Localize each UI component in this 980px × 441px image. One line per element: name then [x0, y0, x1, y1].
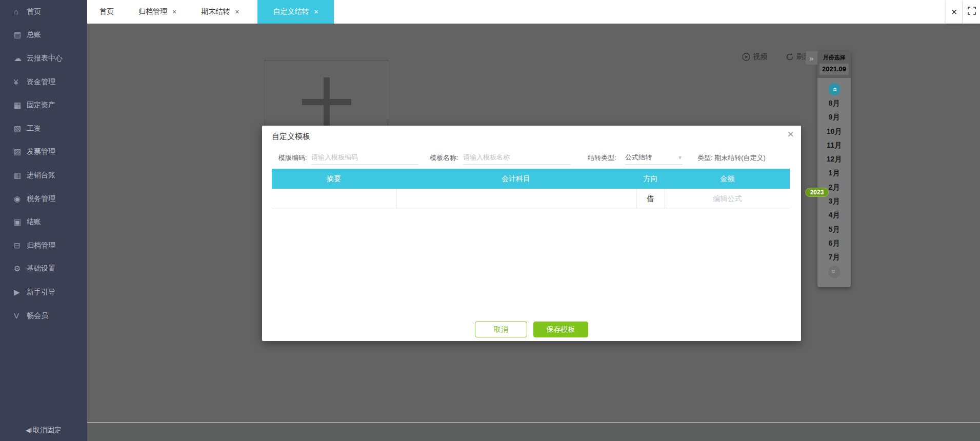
- tab-close-icon[interactable]: ×: [314, 8, 318, 16]
- modal-buttons: 取消 保存模板: [262, 322, 801, 337]
- video-button[interactable]: 视频: [742, 52, 767, 62]
- scroll-months-up-button[interactable]: »: [828, 83, 841, 95]
- month-item-oct[interactable]: 10月: [817, 125, 851, 138]
- template-kind-text: 类型: 期末结转(自定义): [697, 153, 766, 163]
- chevron-down-icon: ▾: [678, 150, 682, 165]
- month-item-sep[interactable]: 9月: [817, 110, 851, 124]
- month-item-dec[interactable]: 12月: [817, 152, 851, 166]
- sidebar-item-tax[interactable]: ◉ 税务管理: [0, 187, 87, 211]
- window-controls: ×: [946, 0, 980, 24]
- unpin-sidebar-button[interactable]: ◀‖ 取消固定: [0, 426, 87, 435]
- closing-icon: ▣: [14, 217, 27, 227]
- sidebar-item-home[interactable]: ⌂ 首页: [0, 0, 87, 24]
- cancel-button[interactable]: 取消: [475, 322, 527, 337]
- sidebar-item-cloud-reports[interactable]: ☁ 云报表中心: [0, 47, 87, 70]
- sidebar-item-general-ledger[interactable]: ▤ 总账: [0, 24, 87, 47]
- tab-label: 自定义结转: [273, 7, 309, 16]
- table-header-row: 摘要 会计科目 方向 金额: [272, 169, 790, 189]
- template-code-label: 模版编码:: [278, 153, 307, 163]
- sidebar-item-beginner-guide[interactable]: ▶ 新手引导: [0, 280, 87, 304]
- sidebar-item-funds[interactable]: ¥ 资金管理: [0, 70, 87, 94]
- month-item-jun[interactable]: 6月: [817, 236, 851, 250]
- building-icon: ▦: [14, 101, 27, 110]
- panel-collapse-button[interactable]: »: [806, 51, 817, 65]
- tab-custom-transfer-active[interactable]: 自定义结转 ×: [257, 0, 333, 24]
- scroll-months-down-button[interactable]: »: [828, 266, 841, 278]
- tab-close-icon[interactable]: ×: [235, 8, 239, 16]
- tab-close-icon[interactable]: ×: [172, 8, 176, 16]
- money-bag-icon: ¥: [14, 77, 27, 86]
- refresh-icon: [786, 53, 794, 61]
- month-item-apr[interactable]: 4月: [817, 208, 851, 222]
- save-template-button[interactable]: 保存模板: [533, 322, 588, 337]
- col-header-summary: 摘要: [272, 174, 396, 184]
- template-name-label: 模板名称:: [430, 153, 458, 163]
- kind-value: 期末结转(自定义): [714, 154, 766, 162]
- fullscreen-icon: [968, 7, 976, 17]
- sidebar-item-archive[interactable]: ⊟ 归档管理: [0, 234, 87, 257]
- month-list: » 8月 9月 10月 11月 12月 1月 2月 3月 4月 5月 6月 7月…: [817, 78, 851, 279]
- transfer-type-label: 结转类型:: [588, 153, 616, 163]
- window-close-button[interactable]: ×: [946, 0, 963, 24]
- play-box-icon: ▶: [14, 288, 27, 297]
- tax-icon: ◉: [14, 194, 27, 204]
- sidebar-item-label: 云报表中心: [27, 54, 63, 63]
- transfer-type-value: 公式结转: [625, 153, 652, 161]
- month-item-jul[interactable]: 7月: [817, 250, 851, 264]
- sidebar-item-fixed-assets[interactable]: ▦ 固定资产: [0, 93, 87, 117]
- month-selector-panel: » 月份选择 2021.09 » 8月 9月 10月 11月 12月 1月 2月…: [817, 51, 851, 287]
- template-entries-table: 摘要 会计科目 方向 金额 借 编辑公式: [272, 169, 790, 209]
- month-item-nov[interactable]: 11月: [817, 138, 851, 152]
- modal-close-icon[interactable]: ×: [787, 128, 794, 141]
- transfer-type-select[interactable]: 公式结转 ▾: [625, 150, 683, 165]
- tab-bar: 首页 归档管理 × 期末结转 × 自定义结转 ×: [87, 0, 980, 24]
- payroll-icon: ▧: [14, 124, 27, 133]
- sidebar-item-membership[interactable]: V 畅会员: [0, 304, 87, 328]
- play-circle-icon: [742, 53, 750, 61]
- month-item-jan[interactable]: 1月: [817, 166, 851, 180]
- chevron-down-icon: »: [830, 269, 838, 273]
- template-code-input[interactable]: [311, 150, 418, 165]
- month-panel-header: 月份选择 2021.09: [817, 51, 851, 78]
- video-label: 视频: [753, 52, 767, 62]
- sidebar-item-invoices[interactable]: ▨ 发票管理: [0, 141, 87, 164]
- summary-cell[interactable]: [272, 189, 396, 209]
- direction-cell[interactable]: 借: [636, 189, 665, 209]
- ledger-icon: ▤: [14, 30, 27, 39]
- tab-archive-management[interactable]: 归档管理 ×: [126, 0, 189, 24]
- sidebar-item-closing[interactable]: ▣ 结账: [0, 210, 87, 234]
- tab-period-end-transfer[interactable]: 期末结转 ×: [189, 0, 251, 24]
- vip-icon: V: [14, 311, 27, 320]
- account-cell[interactable]: [396, 189, 636, 209]
- chevron-right-icon: »: [809, 54, 813, 63]
- chevron-up-icon: »: [830, 87, 838, 91]
- sidebar-item-settings[interactable]: ⚙ 基础设置: [0, 257, 87, 281]
- sidebar-item-label: 工资: [27, 124, 41, 133]
- close-icon: ×: [951, 7, 957, 17]
- collapse-left-icon: ◀‖: [26, 427, 31, 434]
- sidebar: ⌂ 首页 ▤ 总账 ☁ 云报表中心 ¥ 资金管理 ▦ 固定资产 ▧ 工资 ▨ 发…: [0, 0, 87, 441]
- page-toolbar: 视频 刷新: [742, 52, 811, 62]
- month-item-aug[interactable]: 8月: [817, 96, 851, 110]
- sidebar-item-label: 基础设置: [27, 264, 55, 273]
- sidebar-item-label: 新手引导: [27, 288, 55, 297]
- month-item-may[interactable]: 5月: [817, 223, 851, 236]
- sidebar-item-label: 资金管理: [27, 77, 55, 87]
- home-icon: ⌂: [14, 7, 27, 16]
- archive-icon: ⊟: [14, 241, 27, 250]
- cloud-report-icon: ☁: [14, 54, 27, 63]
- template-name-input[interactable]: [463, 150, 571, 165]
- sidebar-item-label: 固定资产: [27, 101, 55, 110]
- tab-home[interactable]: 首页: [87, 0, 126, 24]
- month-panel-title: 月份选择: [817, 54, 851, 62]
- custom-template-modal: 自定义模板 × 模版编码: 模板名称: 结转类型: 公式结转 ▾ 类型: 期末结…: [262, 126, 801, 341]
- app-root: ⌂ 首页 ▤ 总账 ☁ 云报表中心 ¥ 资金管理 ▦ 固定资产 ▧ 工资 ▨ 发…: [0, 0, 980, 441]
- sidebar-item-label: 税务管理: [27, 194, 55, 204]
- window-fullscreen-button[interactable]: [963, 0, 980, 24]
- sidebar-item-label: 归档管理: [27, 241, 55, 250]
- tab-label: 期末结转: [201, 7, 230, 16]
- sidebar-item-purchase-sales[interactable]: ▥ 进销台账: [0, 164, 87, 187]
- sidebar-item-payroll[interactable]: ▧ 工资: [0, 117, 87, 141]
- amount-formula-cell[interactable]: 编辑公式: [665, 189, 790, 209]
- invoice-icon: ▨: [14, 147, 27, 156]
